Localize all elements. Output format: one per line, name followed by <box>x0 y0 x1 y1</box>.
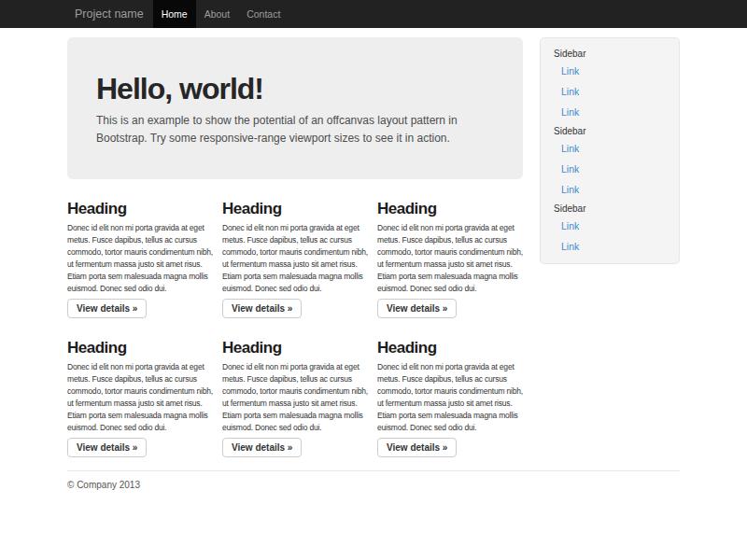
navbar: Project name HomeAboutContact <box>0 0 747 28</box>
sidebar-link[interactable]: Link <box>552 179 669 200</box>
card-heading: Heading <box>377 200 523 218</box>
nav-item-contact[interactable]: Contact <box>238 0 289 28</box>
sidebar-link[interactable]: Link <box>552 159 669 179</box>
jumbotron-description: This is an example to show the potential… <box>96 112 495 147</box>
card-row: HeadingDonec id elit non mi porta gravid… <box>67 318 523 457</box>
view-details-button[interactable]: View details » <box>222 299 302 318</box>
navbar-inner: Project name HomeAboutContact <box>67 0 680 28</box>
page-title: Hello, world! <box>96 73 495 105</box>
sidebar-link[interactable]: Link <box>552 236 669 257</box>
card-body-text: Donec id elit non mi porta gravida at eg… <box>67 361 213 434</box>
card-body-text: Donec id elit non mi porta gravida at eg… <box>377 361 523 434</box>
card-row: HeadingDonec id elit non mi porta gravid… <box>67 179 523 318</box>
footer-divider <box>67 470 680 471</box>
view-details-button[interactable]: View details » <box>377 299 457 318</box>
card-heading: Heading <box>67 339 213 357</box>
content-card: HeadingDonec id elit non mi porta gravid… <box>222 318 368 457</box>
content-card: HeadingDonec id elit non mi porta gravid… <box>67 318 213 457</box>
sidebar-group-title-1: Sidebar <box>554 48 669 61</box>
main-column: Hello, world! This is an example to show… <box>67 37 523 457</box>
card-body-text: Donec id elit non mi porta gravida at eg… <box>377 222 523 295</box>
view-details-button[interactable]: View details » <box>67 299 147 318</box>
sidebar-link[interactable]: Link <box>552 216 669 236</box>
view-details-button[interactable]: View details » <box>222 438 302 457</box>
sidebar-link[interactable]: Link <box>552 138 669 159</box>
card-body-text: Donec id elit non mi porta gravida at eg… <box>67 222 213 295</box>
view-details-button[interactable]: View details » <box>377 438 457 457</box>
navbar-menu: HomeAboutContact <box>153 0 289 28</box>
content-card: HeadingDonec id elit non mi porta gravid… <box>377 179 523 318</box>
sidebar-group-title-3: Sidebar <box>554 203 669 216</box>
content-card: HeadingDonec id elit non mi porta gravid… <box>222 179 368 318</box>
nav-item-home[interactable]: Home <box>153 0 196 28</box>
navbar-brand[interactable]: Project name <box>67 0 151 28</box>
sidebar-link[interactable]: Link <box>552 61 669 81</box>
card-heading: Heading <box>222 200 368 218</box>
card-heading: Heading <box>222 339 368 357</box>
sidebar-link[interactable]: Link <box>552 102 669 122</box>
sidebar-group-title-2: Sidebar <box>554 125 669 138</box>
view-details-button[interactable]: View details » <box>67 438 147 457</box>
card-body-text: Donec id elit non mi porta gravida at eg… <box>222 222 368 295</box>
footer-copyright: © Company 2013 <box>67 480 680 490</box>
card-heading: Heading <box>67 200 213 218</box>
card-body-text: Donec id elit non mi porta gravida at eg… <box>222 361 368 434</box>
jumbotron: Hello, world! This is an example to show… <box>67 37 523 179</box>
sidebar-link[interactable]: Link <box>552 81 669 102</box>
content-card: HeadingDonec id elit non mi porta gravid… <box>67 179 213 318</box>
sidebar-column: SidebarLinkLinkLinkSidebarLinkLinkLinkSi… <box>540 37 680 457</box>
sidebar: SidebarLinkLinkLinkSidebarLinkLinkLinkSi… <box>540 37 680 264</box>
footer: © Company 2013 <box>67 470 680 490</box>
cards-area: HeadingDonec id elit non mi porta gravid… <box>67 179 523 457</box>
main-row: Hello, world! This is an example to show… <box>67 37 680 457</box>
content-card: HeadingDonec id elit non mi porta gravid… <box>377 318 523 457</box>
nav-item-about[interactable]: About <box>196 0 238 28</box>
page-container: Hello, world! This is an example to show… <box>67 37 680 490</box>
card-heading: Heading <box>377 339 523 357</box>
